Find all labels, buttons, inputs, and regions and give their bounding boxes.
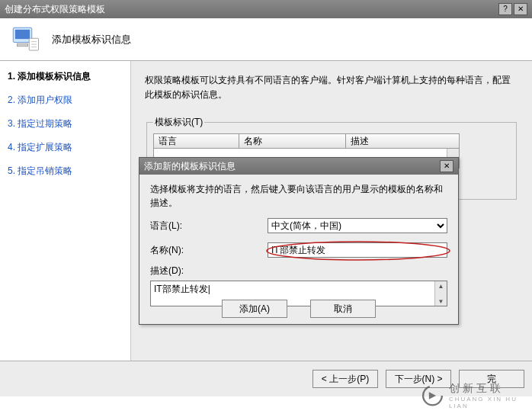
dialog-instruction: 选择模板将支持的语言，然后键入要向该语言的用户显示的模板的名称和描述。 [150,182,447,210]
next-button[interactable]: 下一步(N) > [386,370,451,388]
language-label: 语言(L): [150,220,204,233]
wizard-sidebar: 1. 添加模板标识信息 2. 添加用户权限 3. 指定过期策略 4. 指定扩展策… [0,61,131,361]
template-table-header: 语言 名称 描述 [153,133,510,149]
add-template-ident-dialog: 添加新的模板标识信息 ✕ 选择模板将支持的语言，然后键入要向该语言的用户显示的模… [139,157,459,325]
dialog-close-button[interactable]: ✕ [440,160,453,172]
name-input[interactable] [268,242,447,258]
sidebar-step-5[interactable]: 5. 指定吊销策略 [8,165,123,178]
language-select[interactable]: 中文(简体，中国) [268,218,447,233]
watermark-brand-py: CHUANG XIN HU LIAN [449,396,527,409]
description-label: 描述(D): [150,265,447,277]
template-icon [9,24,41,56]
finish-button[interactable]: 完 [459,370,524,388]
dialog-body: 选择模板将支持的语言，然后键入要向该语言的用户显示的模板的名称和描述。 语言(L… [139,175,458,324]
sidebar-step-4[interactable]: 4. 指定扩展策略 [8,141,123,154]
wizard-footer: < 上一步(P) 下一步(N) > 完 [0,361,532,396]
wizard-title-text: 创建分布式权限策略模板 [5,3,497,16]
wizard-header: 添加模板标识信息 [0,18,532,61]
help-button[interactable]: ? [498,3,512,15]
svg-rect-1 [15,29,30,38]
col-description[interactable]: 描述 [345,133,460,149]
prev-button[interactable]: < 上一步(P) [312,370,378,388]
wizard-titlebar: 创建分布式权限策略模板 ? ✕ [0,0,532,18]
dialog-title-text: 添加新的模板标识信息 [144,160,440,173]
dialog-titlebar: 添加新的模板标识信息 ✕ [139,158,458,175]
fieldset-legend: 模板标识(T) [153,116,204,129]
svg-rect-2 [18,43,28,47]
sidebar-step-2[interactable]: 2. 添加用户权限 [8,94,123,107]
wizard-subtitle: 添加模板标识信息 [52,33,131,47]
sidebar-step-1[interactable]: 1. 添加模板标识信息 [8,70,123,83]
scroll-up-icon[interactable]: ▲ [435,281,447,290]
close-button[interactable]: ✕ [514,3,527,15]
cancel-button[interactable]: 取消 [310,300,376,318]
sidebar-step-3[interactable]: 3. 指定过期策略 [8,117,123,130]
intro-text: 权限策略模板可以支持具有不同语言的客户端。针对客户端计算机上支持的每种语言，配置… [145,73,518,102]
col-language[interactable]: 语言 [153,133,239,149]
name-label: 名称(N): [150,244,204,257]
col-name[interactable]: 名称 [239,133,345,149]
add-button[interactable]: 添加(A) [222,300,287,318]
